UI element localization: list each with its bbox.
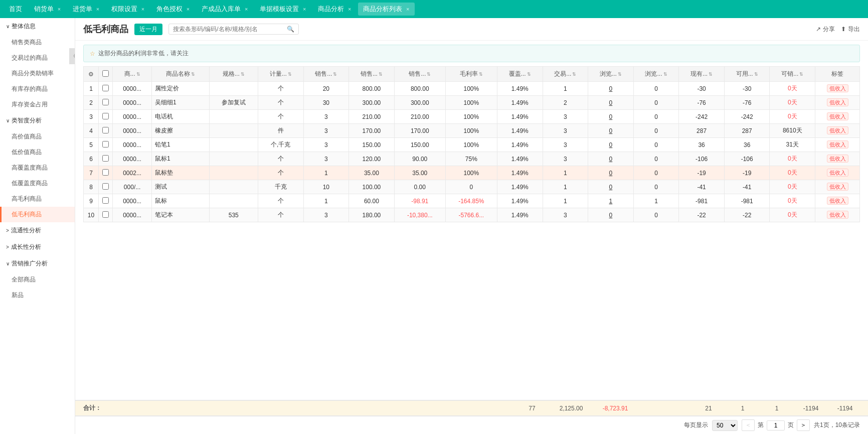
row-select[interactable] bbox=[102, 141, 109, 148]
nav-purchase[interactable]: 进货单 × bbox=[68, 3, 104, 16]
close-templates-tab[interactable]: × bbox=[303, 6, 306, 12]
col-settings[interactable]: ⚙ bbox=[84, 67, 99, 82]
col-gross-margin[interactable]: 毛利率⇅ bbox=[445, 67, 497, 82]
sidebar-group-marketing[interactable]: ∨ 营销推广分析 bbox=[0, 255, 75, 272]
sidebar-item-all-goods[interactable]: 全部商品 bbox=[0, 272, 75, 287]
col-stock-available[interactable]: 可用...⇅ bbox=[724, 67, 770, 82]
sidebar-item-inventory-funds[interactable]: 库存资金占用 bbox=[0, 97, 75, 112]
sidebar-item-high-value[interactable]: 高价值商品 bbox=[0, 129, 75, 144]
row-name[interactable]: 鼠标垫 bbox=[152, 166, 209, 180]
close-sales-tab[interactable]: × bbox=[58, 6, 61, 12]
row-checkbox[interactable] bbox=[99, 194, 113, 208]
row-select[interactable] bbox=[102, 155, 109, 162]
row-checkbox[interactable] bbox=[99, 124, 113, 138]
col-checkbox[interactable] bbox=[99, 67, 113, 82]
row-views1[interactable]: 0 bbox=[588, 124, 634, 138]
col-sales-price[interactable]: 销售...⇅ bbox=[349, 67, 395, 82]
close-goods-list-tab[interactable]: × bbox=[406, 6, 409, 12]
row-views1[interactable]: 0 bbox=[588, 96, 634, 110]
row-checkbox[interactable] bbox=[99, 180, 113, 194]
row-views1[interactable]: 0 bbox=[588, 138, 634, 152]
sidebar-group-liquidity[interactable]: > 流通性分析 bbox=[0, 222, 75, 239]
col-tag[interactable]: 标签 bbox=[815, 67, 860, 82]
row-select[interactable] bbox=[102, 197, 109, 204]
nav-products[interactable]: 产成品入库单 × bbox=[197, 3, 253, 16]
col-coverage[interactable]: 覆盖...⇅ bbox=[497, 67, 543, 82]
sidebar-group-overall[interactable]: ∨ 整体信息 bbox=[0, 18, 75, 35]
col-sales-amount[interactable]: 销售...⇅ bbox=[394, 67, 445, 82]
close-permissions-tab[interactable]: × bbox=[141, 6, 144, 12]
row-views1[interactable]: 0 bbox=[588, 166, 634, 180]
col-spec[interactable]: 规格...⇅ bbox=[209, 67, 258, 82]
close-purchase-tab[interactable]: × bbox=[96, 6, 99, 12]
row-select[interactable] bbox=[102, 169, 109, 176]
row-name[interactable]: 吴细细1 bbox=[152, 96, 209, 110]
sidebar-item-sales-goods[interactable]: 销售类商品 bbox=[0, 35, 75, 50]
sidebar-item-high-margin[interactable]: 高毛利商品 bbox=[0, 191, 75, 207]
row-views1[interactable]: 0 bbox=[588, 82, 634, 96]
close-goods-analysis-tab[interactable]: × bbox=[348, 6, 351, 12]
row-checkbox[interactable] bbox=[99, 138, 113, 152]
row-checkbox[interactable] bbox=[99, 96, 113, 110]
row-name[interactable]: 属性定价 bbox=[152, 82, 209, 96]
close-roles-tab[interactable]: × bbox=[187, 6, 190, 12]
sidebar-item-low-coverage[interactable]: 低覆盖度商品 bbox=[0, 176, 75, 191]
page-input[interactable] bbox=[767, 420, 785, 430]
per-page-select[interactable]: 50 100 200 bbox=[712, 420, 738, 431]
row-name[interactable]: 鼠标 bbox=[152, 194, 209, 208]
row-views1[interactable]: 0 bbox=[588, 110, 634, 124]
sidebar-item-low-margin[interactable]: 低毛利商品 bbox=[0, 207, 75, 222]
nav-templates[interactable]: 单据模板设置 × bbox=[255, 3, 311, 16]
col-views1[interactable]: 浏览...⇅ bbox=[588, 67, 634, 82]
col-name[interactable]: 商品名称⇅ bbox=[152, 67, 209, 82]
search-input[interactable] bbox=[173, 26, 284, 33]
nav-goods-analysis[interactable]: 商品分析 × bbox=[313, 3, 356, 16]
row-select[interactable] bbox=[102, 113, 109, 119]
row-select[interactable] bbox=[102, 183, 109, 190]
row-checkbox[interactable] bbox=[99, 208, 113, 222]
row-name[interactable]: 鼠标1 bbox=[152, 152, 209, 166]
row-name[interactable]: 铅笔1 bbox=[152, 138, 209, 152]
nav-goods-analysis-list[interactable]: 商品分析列表 × bbox=[358, 3, 414, 16]
row-views1[interactable]: 0 bbox=[588, 152, 634, 166]
settings-icon[interactable]: ⚙ bbox=[88, 71, 94, 78]
row-checkbox[interactable] bbox=[99, 166, 113, 180]
select-all-checkbox[interactable] bbox=[102, 70, 109, 77]
share-button[interactable]: ↗ 分享 bbox=[816, 25, 835, 34]
sidebar-item-low-value[interactable]: 低价值商品 bbox=[0, 144, 75, 160]
export-button[interactable]: ⬆ 导出 bbox=[841, 25, 860, 34]
row-name[interactable]: 电话机 bbox=[152, 110, 209, 124]
col-stock-current[interactable]: 现有...⇅ bbox=[679, 67, 725, 82]
nav-permissions[interactable]: 权限设置 × bbox=[106, 3, 149, 16]
nav-sales[interactable]: 销货单 × bbox=[29, 3, 66, 16]
next-page-button[interactable]: ＞ bbox=[797, 419, 810, 431]
row-checkbox[interactable] bbox=[99, 152, 113, 166]
prev-page-button[interactable]: ＜ bbox=[742, 419, 755, 431]
row-views1[interactable]: 1 bbox=[588, 194, 634, 208]
col-code[interactable]: 商...⇅ bbox=[113, 67, 152, 82]
row-views1[interactable]: 0 bbox=[588, 208, 634, 222]
sidebar-group-growth[interactable]: > 成长性分析 bbox=[0, 239, 75, 255]
period-button[interactable]: 近一月 bbox=[134, 24, 162, 35]
col-unit[interactable]: 计量...⇅ bbox=[258, 67, 303, 82]
nav-roles[interactable]: 角色授权 × bbox=[151, 3, 195, 16]
col-transactions[interactable]: 交易...⇅ bbox=[543, 67, 588, 82]
row-views1[interactable]: 0 bbox=[588, 180, 634, 194]
sidebar-item-category-rate[interactable]: 商品分类助销率 bbox=[0, 66, 75, 81]
sidebar-collapse-btn[interactable]: 《 bbox=[69, 48, 75, 64]
col-views2[interactable]: 浏览...⇅ bbox=[633, 67, 679, 82]
col-stock-sellable[interactable]: 可销...⇅ bbox=[770, 67, 815, 82]
search-icon[interactable]: 🔍 bbox=[287, 26, 294, 33]
row-select[interactable] bbox=[102, 99, 109, 105]
row-name[interactable]: 测试 bbox=[152, 180, 209, 194]
close-products-tab[interactable]: × bbox=[245, 6, 248, 12]
col-sales-qty[interactable]: 销售...⇅ bbox=[303, 67, 349, 82]
row-checkbox[interactable] bbox=[99, 110, 113, 124]
row-select[interactable] bbox=[102, 211, 109, 218]
sidebar-item-new-goods[interactable]: 新品 bbox=[0, 287, 75, 303]
sidebar-group-intelligence[interactable]: ∨ 类智度分析 bbox=[0, 112, 75, 129]
row-select[interactable] bbox=[102, 127, 109, 133]
row-checkbox[interactable] bbox=[99, 82, 113, 96]
sidebar-item-traded-goods[interactable]: 交易过的商品 bbox=[0, 50, 75, 66]
row-select[interactable] bbox=[102, 85, 109, 91]
